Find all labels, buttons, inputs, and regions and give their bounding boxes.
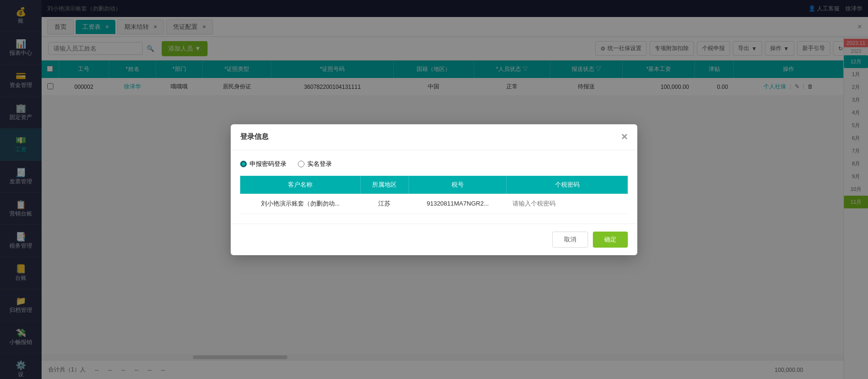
- radio-realname[interactable]: [298, 161, 304, 167]
- modal-title: 登录信息: [240, 132, 269, 141]
- confirm-button[interactable]: 确定: [593, 232, 628, 248]
- modal-inner-table: 客户名称 所属地区 税号 个税密码 刘小艳演示账套（勿删勿动... 江苏 913…: [240, 176, 628, 214]
- radio-password-label[interactable]: 申报密码登录: [240, 160, 286, 168]
- modal-header: 登录信息 ✕: [231, 124, 637, 150]
- modal-col-taxpwd: 个税密码: [507, 176, 628, 194]
- cancel-button[interactable]: 取消: [552, 232, 588, 248]
- modal-close-icon[interactable]: ✕: [621, 132, 628, 142]
- modal-col-client: 客户名称: [240, 176, 360, 194]
- modal-overlay: 登录信息 ✕ 申报密码登录 实名登录 客户名称 所属地区: [0, 0, 868, 379]
- modal-col-taxno: 税号: [409, 176, 507, 194]
- radio-password[interactable]: [240, 161, 247, 167]
- modal-cell-taxno: 91320811MA7NGR2...: [409, 194, 507, 214]
- tax-password-input[interactable]: [512, 200, 622, 207]
- modal-footer: 取消 确定: [231, 224, 637, 255]
- radio-realname-label[interactable]: 实名登录: [298, 160, 332, 168]
- login-info-modal: 登录信息 ✕ 申报密码登录 实名登录 客户名称 所属地区: [231, 124, 637, 255]
- modal-col-region: 所属地区: [360, 176, 409, 194]
- modal-body: 申报密码登录 实名登录 客户名称 所属地区 税号 个税密码: [231, 150, 637, 224]
- modal-table-row: 刘小艳演示账套（勿删勿动... 江苏 91320811MA7NGR2...: [240, 194, 628, 214]
- modal-cell-taxpwd[interactable]: [507, 194, 628, 214]
- login-method-radio-group: 申报密码登录 实名登录: [240, 160, 628, 168]
- modal-cell-client: 刘小艳演示账套（勿删勿动...: [240, 194, 360, 214]
- modal-cell-region: 江苏: [360, 194, 409, 214]
